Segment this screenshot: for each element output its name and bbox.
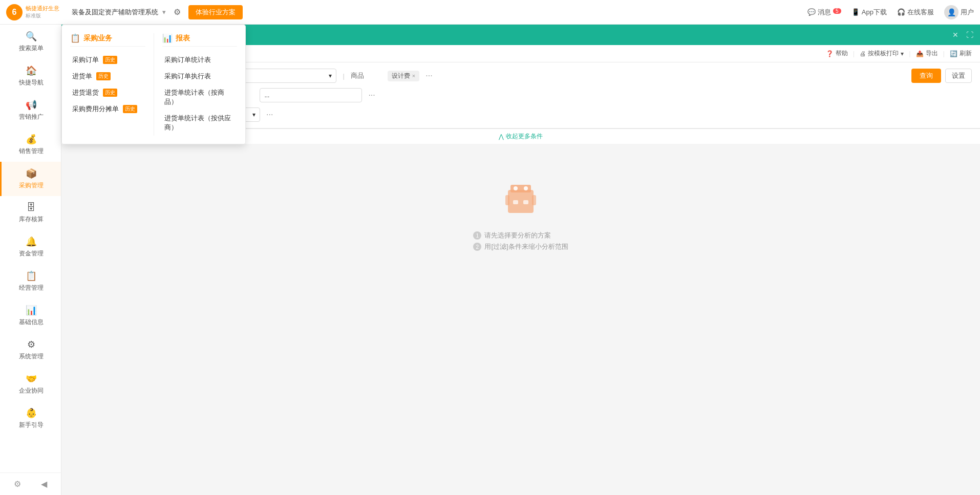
avatar: 👤 <box>944 5 958 19</box>
doc-status-dropdown-icon: ▾ <box>329 72 332 79</box>
print-icon: 🖨 <box>860 50 866 57</box>
sidebar-label-finance: 资金管理 <box>19 249 44 258</box>
print-dropdown-icon[interactable]: ▾ <box>901 50 904 57</box>
sidebar-item-finance[interactable]: 🔔 资金管理 <box>0 230 61 264</box>
query-btn[interactable]: 查询 <box>911 69 941 83</box>
collapse-icon: ⋀ <box>499 133 504 140</box>
sidebar-item-search[interactable]: 🔍 搜索菜单 <box>0 25 61 59</box>
goods-tag-value: 设计费 <box>392 72 410 80</box>
online-service-label: 在线客服 <box>907 8 934 17</box>
customer-more-btn[interactable]: ··· <box>266 111 273 119</box>
message-action[interactable]: 💬 消息 5 <box>807 8 841 17</box>
empty-state: 1 请先选择要分析的方案 2 用[过滤]条件来缩小分析范围 <box>61 144 980 284</box>
goods-return-label: 进货退货 <box>72 88 99 97</box>
header-right: 💬 消息 5 📱 App下载 🎧 在线客服 👤 用户 <box>807 5 974 19</box>
user-action[interactable]: 👤 用户 <box>944 5 974 19</box>
dropdown-item-goods-in[interactable]: 进货单 历史 <box>70 68 145 84</box>
sidebar-item-basic-info[interactable]: 📊 基础信息 <box>0 298 61 333</box>
print-action[interactable]: 🖨 按模板打印 ▾ <box>860 49 904 58</box>
salesperson-more-btn[interactable]: ··· <box>368 91 375 99</box>
header-gear-icon[interactable]: ⚙ <box>170 5 184 19</box>
goods-more-btn[interactable]: ··· <box>425 72 432 80</box>
sep3: | <box>943 50 945 57</box>
online-service-action[interactable]: 🎧 在线客服 <box>897 8 934 17</box>
app-download-action[interactable]: 📱 App下载 <box>851 8 887 17</box>
purchase-cost-label: 采购费用分摊单 <box>72 104 119 114</box>
sidebar-settings-btn[interactable]: ⚙ <box>12 477 23 491</box>
main-layout: 🔍 搜索菜单 🏠 快捷导航 📢 营销推广 💰 销售管理 📦 采购管理 🗄 库存核… <box>0 25 980 495</box>
empty-step-1-text: 请先选择要分析的方案 <box>484 231 551 240</box>
action-btn-group: 查询 设置 <box>911 69 972 83</box>
goods-in-stat-supplier-label: 进货单统计表（按供应商） <box>164 114 236 132</box>
sidebar-item-system[interactable]: ⚙ 系统管理 <box>0 333 61 367</box>
sep1: | <box>853 50 855 57</box>
goods-in-history: 历史 <box>96 72 111 80</box>
refresh-icon: 🔄 <box>950 50 957 57</box>
sidebar-label-inventory: 库存核算 <box>19 215 44 224</box>
dropdown-item-goods-in-stat-goods[interactable]: 进货单统计表（按商品） <box>162 84 238 110</box>
system-title-dropdown-icon[interactable]: ▾ <box>162 8 166 16</box>
app-download-label: App下载 <box>862 8 887 17</box>
logo-sub: 标准版 <box>26 12 59 19</box>
report-col-title: 报表 <box>176 34 190 43</box>
sidebar-label-system: 系统管理 <box>19 352 44 361</box>
newbie-icon: 👶 <box>26 407 37 419</box>
empty-svg <box>495 175 546 226</box>
export-label: 导出 <box>926 49 938 58</box>
dropdown-item-purchase-order-exec[interactable]: 采购订单执行表 <box>162 68 238 84</box>
salesperson-select[interactable]: ... <box>260 88 362 102</box>
dropdown-col-report: 📊 报表 采购订单统计表 采购订单执行表 进货单统计表（按商品） 进货单统计表（… <box>154 33 246 136</box>
dropdown-item-purchase-cost[interactable]: 采购费用分摊单 历史 <box>70 101 145 117</box>
refresh-action[interactable]: 🔄 刷新 <box>950 49 972 58</box>
dropdown-col-report-header: 📊 报表 <box>162 33 238 47</box>
sidebar-label-newbie: 新手引导 <box>19 421 44 429</box>
system-icon: ⚙ <box>27 339 35 350</box>
dropdown-item-goods-return[interactable]: 进货退货 历史 <box>70 84 145 101</box>
operations-icon: 📋 <box>26 270 37 282</box>
empty-step-2-text: 用[过滤]条件来缩小分析范围 <box>484 242 568 251</box>
sidebar-label-sales: 销售管理 <box>19 147 44 156</box>
inventory-icon: 🗄 <box>27 202 36 213</box>
message-icon: 💬 <box>807 8 816 16</box>
sidebar-item-newbie[interactable]: 👶 新手引导 <box>0 401 61 436</box>
sidebar-item-sales[interactable]: 💰 销售管理 <box>0 127 61 162</box>
sidebar-item-marketing[interactable]: 📢 营销推广 <box>0 93 61 127</box>
purchase-dropdown-menu: 📋 采购业务 采购订单 历史 进货单 历史 进货退货 历史 <box>61 25 246 144</box>
sidebar-item-cooperation[interactable]: 🤝 企业协同 <box>0 367 61 401</box>
sidebar-label-basic-info: 基础信息 <box>19 318 44 327</box>
sidebar-item-quick-nav[interactable]: 🏠 快捷导航 <box>0 59 61 93</box>
help-icon: ❓ <box>826 50 834 57</box>
top-header: 6 畅捷通好生意 标准版 装备及固定资产辅助管理系统 ▾ ⚙ 体验行业方案 💬 … <box>0 0 980 25</box>
purchase-order-history: 历史 <box>103 56 117 64</box>
message-label: 消息 <box>818 8 831 17</box>
sidebar-item-operations[interactable]: 📋 经营管理 <box>0 264 61 298</box>
settings-btn[interactable]: 设置 <box>945 69 972 83</box>
purchase-order-label: 采购订单 <box>72 55 99 64</box>
svg-point-3 <box>524 186 528 190</box>
dropdown-item-purchase-order-stat[interactable]: 采购订单统计表 <box>162 52 238 68</box>
filter-sep-2: | <box>343 72 344 80</box>
salesperson-placeholder: ... <box>264 92 269 99</box>
sidebar-label-cooperation: 企业协同 <box>19 386 44 395</box>
goods-label: 商品 <box>351 71 381 80</box>
dropdown-item-purchase-order[interactable]: 采购订单 历史 <box>70 52 145 68</box>
search-icon: 🔍 <box>26 31 37 42</box>
svg-rect-7 <box>532 195 536 205</box>
tab-maximize-btn[interactable]: ⛶ <box>964 29 976 41</box>
collapse-label: 收起更多条件 <box>506 132 543 141</box>
sidebar-label-search: 搜索菜单 <box>19 44 44 53</box>
sidebar-item-purchase[interactable]: 📦 采购管理 <box>0 162 61 196</box>
svg-rect-1 <box>510 185 531 192</box>
doc-status-select[interactable]: ... ▾ <box>234 69 336 83</box>
sidebar-collapse-btn[interactable]: ◀ <box>39 477 49 491</box>
svg-rect-5 <box>523 200 528 204</box>
logo-area: 6 畅捷通好生意 标准版 <box>6 4 68 20</box>
export-action[interactable]: 📤 导出 <box>916 49 938 58</box>
help-action[interactable]: ❓ 帮助 <box>826 49 848 58</box>
dropdown-item-goods-in-stat-supplier[interactable]: 进货单统计表（按供应商） <box>162 110 238 136</box>
goods-tag-remove[interactable]: × <box>412 73 415 79</box>
sales-icon: 💰 <box>26 134 37 145</box>
industry-btn[interactable]: 体验行业方案 <box>188 5 243 19</box>
tab-close-btn[interactable]: ✕ <box>949 29 962 41</box>
sidebar-item-inventory[interactable]: 🗄 库存核算 <box>0 196 61 230</box>
